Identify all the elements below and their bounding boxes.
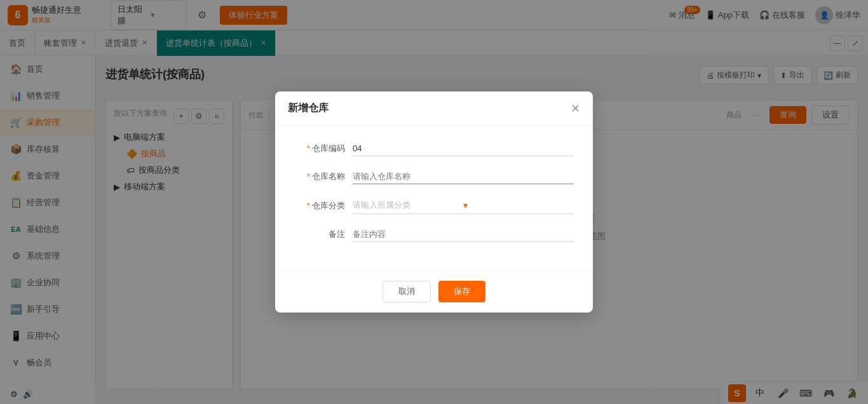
label-remark: 备注 [294, 229, 345, 240]
cancel-button[interactable]: 取消 [383, 281, 431, 302]
input-remark[interactable] [353, 227, 574, 242]
label-name: 仓库名称 [294, 171, 345, 182]
form-row-category: 仓库分类 请输入所属分类 ▾ [294, 197, 574, 214]
form-row-remark: 备注 [294, 227, 574, 242]
label-category: 仓库分类 [294, 200, 345, 212]
select-category-placeholder: 请输入所属分类 [353, 199, 463, 211]
save-button[interactable]: 保存 [438, 281, 485, 302]
dialog-header: 新增仓库 ✕ [275, 91, 593, 126]
label-code: 仓库编码 [294, 143, 345, 154]
select-category-arrow: ▾ [463, 200, 574, 210]
form-row-code: 仓库编码 [294, 141, 574, 156]
dialog-close-btn[interactable]: ✕ [571, 103, 580, 114]
dialog-overlay[interactable]: 新增仓库 ✕ 仓库编码 仓库名称 仓库分类 请输入所属分类 ▾ [0, 0, 868, 404]
dialog-footer: 取消 保存 [275, 270, 593, 313]
input-warehouse-code[interactable] [353, 141, 574, 156]
add-warehouse-dialog: 新增仓库 ✕ 仓库编码 仓库名称 仓库分类 请输入所属分类 ▾ [275, 91, 593, 313]
form-row-name: 仓库名称 [294, 169, 574, 184]
dialog-body: 仓库编码 仓库名称 仓库分类 请输入所属分类 ▾ 备注 [275, 126, 593, 270]
select-warehouse-category[interactable]: 请输入所属分类 ▾ [353, 197, 574, 214]
input-warehouse-name[interactable] [353, 169, 574, 184]
dialog-title: 新增仓库 [288, 102, 329, 115]
